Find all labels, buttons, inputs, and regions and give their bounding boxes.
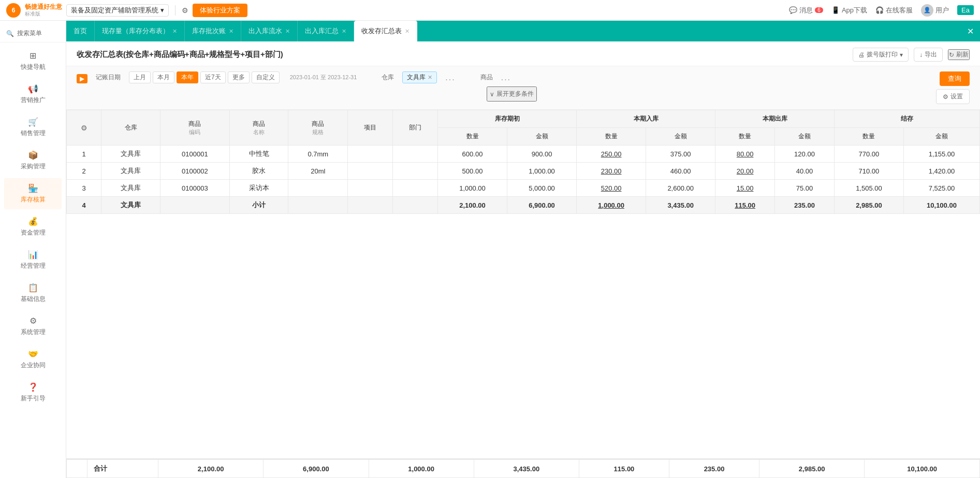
- sidebar-item-purchase[interactable]: 📦 采购管理: [4, 145, 62, 176]
- cell-project: [348, 163, 393, 180]
- expand-more-row: ∨ 展开更多条件: [96, 86, 928, 102]
- sidebar-item-enterprise[interactable]: 🤝 企业协同: [4, 344, 62, 375]
- cell-seq: 2: [67, 163, 101, 180]
- cell-opening-qty: 500.00: [437, 163, 507, 180]
- tab-home[interactable]: 首页: [66, 21, 95, 41]
- cell-close-amt: 1,420.00: [903, 163, 979, 180]
- cell-in-amt: 375.00: [646, 146, 715, 163]
- top-bar-left: 6 畅捷通好生意 标准版 装备及固定资产辅助管理系统 ▾ ⚙ 体验行业方案: [6, 3, 247, 18]
- sidebar-search[interactable]: 🔍 搜索菜单: [0, 25, 66, 42]
- enterprise-icon: 🤝: [28, 349, 38, 359]
- app-container: 6 畅捷通好生意 标准版 装备及固定资产辅助管理系统 ▾ ⚙ 体验行业方案 💬 …: [0, 0, 980, 478]
- date-btn-this-month[interactable]: 本月: [153, 71, 174, 83]
- app-download-label: App下载: [842, 6, 867, 15]
- th-goods-code: 商品编码: [160, 110, 229, 146]
- query-button[interactable]: 查询: [940, 71, 970, 86]
- data-table: ⚙ 仓库 商品编码 商品名称 商品规格 项目 部门 库存期初 本期入库 本期出: [66, 110, 980, 214]
- goods-label: 商品: [480, 73, 493, 82]
- print-button[interactable]: 🖨 拨号版打印 ▾: [853, 48, 909, 62]
- sidebar-item-marketing[interactable]: 📢 营销推广: [4, 79, 62, 110]
- warehouse-dots[interactable]: ...: [445, 73, 455, 82]
- cell-goods-name: 小计: [229, 197, 288, 214]
- cell-in-amt: 3,435.00: [646, 197, 715, 214]
- tab-recv-send-close[interactable]: ✕: [405, 28, 409, 35]
- phone-icon: 📱: [831, 6, 840, 14]
- sidebar-item-inventory[interactable]: 🏪 库存核算: [4, 178, 62, 209]
- tab-stock-flow-close[interactable]: ✕: [285, 28, 290, 35]
- sidebar-item-operations[interactable]: 📊 经营管理: [4, 244, 62, 276]
- tab-bar-close-btn[interactable]: ✕: [961, 26, 980, 36]
- cell-out-amt: 235.00: [775, 197, 835, 214]
- cell-project: [348, 197, 393, 214]
- brand-subtitle: 标准版: [25, 11, 62, 17]
- filter-area: ▶ 记账日期 上月 本月 本年 近7天 更多: [66, 66, 980, 110]
- tab-batch-account[interactable]: 库存批次账 ✕: [185, 21, 241, 41]
- goods-dots[interactable]: ...: [501, 73, 511, 82]
- cell-in-qty[interactable]: 520.00: [577, 180, 646, 197]
- setting-button[interactable]: ⚙ 设置: [936, 89, 970, 104]
- footer-table: 合计 2,100.00 6,900.00 1,000.00 3,435.00 1…: [66, 459, 980, 478]
- cell-out-qty[interactable]: 115.00: [715, 197, 775, 214]
- expand-more-button[interactable]: ∨ 展开更多条件: [487, 86, 537, 102]
- system-title-dropdown[interactable]: 装备及固定资产辅助管理系统 ▾: [66, 4, 169, 17]
- cell-out-amt: 75.00: [775, 180, 835, 197]
- date-buttons: 上月 本月 本年 近7天 更多 自定义: [129, 71, 280, 83]
- tab-stock-dist[interactable]: 现存量（库存分布表） ✕: [95, 21, 185, 41]
- finance-icon: 💰: [28, 216, 38, 226]
- th-close-group: 结存: [834, 110, 979, 128]
- sidebar-item-finance[interactable]: 💰 资金管理: [4, 211, 62, 242]
- marketing-icon: 📢: [28, 84, 38, 94]
- sidebar-item-sales[interactable]: 🛒 销售管理: [4, 112, 62, 143]
- message-label: 消息: [799, 6, 813, 15]
- footer-in-qty: 1,000.00: [369, 460, 474, 478]
- date-btn-custom[interactable]: 自定义: [252, 71, 280, 83]
- sidebar: 🔍 搜索菜单 ⊞ 快捷导航 📢 营销推广 🛒 销售管理 📦 采购管理 🏪: [0, 21, 66, 478]
- cell-out-qty[interactable]: 20.00: [715, 163, 775, 180]
- warehouse-label: 仓库: [382, 73, 394, 82]
- message-item[interactable]: 💬 消息 6: [789, 6, 823, 15]
- tab-stock-flow[interactable]: 出入库流水 ✕: [241, 21, 298, 41]
- cell-out-qty[interactable]: 80.00: [715, 146, 775, 163]
- date-btn-7days[interactable]: 近7天: [200, 71, 226, 83]
- tab-stock-dist-close[interactable]: ✕: [172, 28, 177, 35]
- tab-batch-account-close[interactable]: ✕: [229, 28, 233, 35]
- cell-in-qty[interactable]: 230.00: [577, 163, 646, 180]
- online-service-item[interactable]: 🎧 在线客服: [875, 6, 913, 15]
- filter-expand-arrow[interactable]: ▶: [77, 71, 87, 86]
- tab-recv-send[interactable]: 收发存汇总表 ✕: [354, 21, 417, 41]
- cell-in-qty[interactable]: 1,000.00: [577, 197, 646, 214]
- th-settings[interactable]: ⚙: [67, 110, 101, 146]
- cell-in-qty[interactable]: 250.00: [577, 146, 646, 163]
- export-button[interactable]: ↓ 导出: [914, 48, 943, 62]
- cell-department: [393, 180, 438, 197]
- sidebar-item-basic[interactable]: 📋 基础信息: [4, 278, 62, 309]
- cell-opening-amt: 6,900.00: [507, 197, 577, 214]
- cell-goods-name: 胶水: [229, 163, 288, 180]
- experience-button[interactable]: 体验行业方案: [193, 4, 247, 17]
- cell-out-qty[interactable]: 15.00: [715, 180, 775, 197]
- warehouse-tag-remove[interactable]: ✕: [428, 74, 432, 81]
- tab-stock-summary-close[interactable]: ✕: [342, 28, 346, 35]
- sidebar-item-guide[interactable]: ❓ 新手引导: [4, 377, 62, 408]
- sidebar-item-quick-nav[interactable]: ⊞ 快捷导航: [4, 46, 62, 77]
- table-settings-icon[interactable]: ⚙: [81, 124, 87, 132]
- gear-icon[interactable]: ⚙: [182, 6, 188, 15]
- date-btn-this-year[interactable]: 本年: [177, 71, 198, 83]
- online-service-label: 在线客服: [886, 6, 913, 15]
- date-btn-more[interactable]: 更多: [228, 71, 250, 83]
- refresh-button[interactable]: ↻ 刷新: [948, 49, 970, 60]
- th-out-group: 本期出库: [715, 110, 835, 128]
- cell-in-amt: 460.00: [646, 163, 715, 180]
- user-item[interactable]: 👤 用户: [921, 4, 949, 17]
- sidebar-item-system[interactable]: ⚙ 系统管理: [4, 311, 62, 342]
- date-btn-last-month[interactable]: 上月: [129, 71, 151, 83]
- guide-icon: ❓: [28, 382, 38, 392]
- tab-recv-send-label: 收发存汇总表: [361, 26, 402, 36]
- footer-label: 合计: [87, 460, 158, 478]
- app-download-item[interactable]: 📱 App下载: [831, 6, 867, 15]
- message-icon: 💬: [789, 6, 797, 14]
- tab-stock-summary[interactable]: 出入库汇总 ✕: [298, 21, 354, 41]
- th-opening-qty: 数量: [437, 128, 507, 146]
- inventory-icon: 🏪: [28, 183, 38, 193]
- filter-arrow-icon[interactable]: ▶: [77, 74, 87, 83]
